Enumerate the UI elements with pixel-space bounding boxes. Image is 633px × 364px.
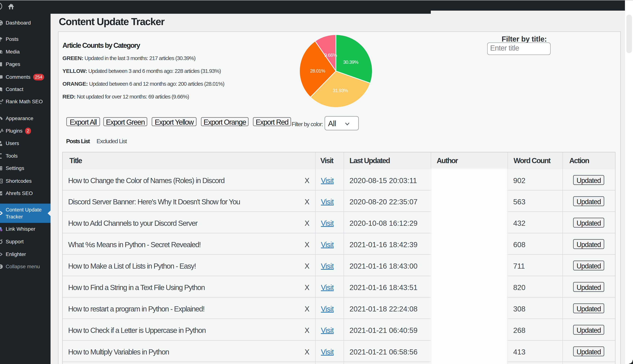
- svg-text:30.39%: 30.39%: [343, 59, 358, 65]
- svg-text:31.93%: 31.93%: [333, 88, 348, 93]
- svg-text:9.66%: 9.66%: [324, 52, 337, 58]
- svg-text:28.01%: 28.01%: [310, 68, 325, 74]
